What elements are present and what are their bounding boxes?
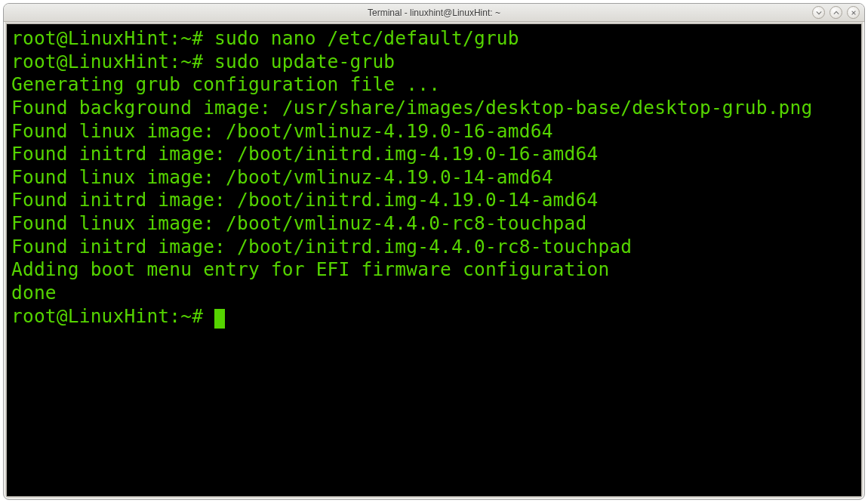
output-text: done <box>11 282 57 304</box>
terminal-output-line: Found linux image: /boot/vmlinuz-4.4.0-r… <box>11 212 857 236</box>
terminal-output-line: Found linux image: /boot/vmlinuz-4.19.0-… <box>11 120 857 143</box>
output-text: Found linux image: /boot/vmlinuz-4.19.0-… <box>11 166 553 188</box>
maximize-button[interactable] <box>830 6 842 19</box>
terminal-prompt-line: root@LinuxHint:~# <box>11 305 857 329</box>
shell-prompt: root@LinuxHint:~# <box>11 51 214 73</box>
chevron-down-icon <box>816 10 822 16</box>
terminal-output-line: Found initrd image: /boot/initrd.img-4.4… <box>11 236 857 259</box>
terminal-output-line: done <box>11 282 857 305</box>
minimize-button[interactable] <box>812 6 825 19</box>
close-button[interactable] <box>847 6 860 19</box>
terminal-command-line: root@LinuxHint:~# sudo update-grub <box>11 51 857 74</box>
command-text: sudo update-grub <box>214 51 395 73</box>
window-controls <box>812 6 860 19</box>
output-text: Found linux image: /boot/vmlinuz-4.4.0-r… <box>11 212 586 234</box>
output-text: Found initrd image: /boot/initrd.img-4.1… <box>11 189 598 211</box>
shell-prompt: root@LinuxHint:~# <box>11 27 214 49</box>
output-text: Found initrd image: /boot/initrd.img-4.4… <box>11 236 632 258</box>
output-text: Found background image: /usr/share/image… <box>11 97 812 119</box>
terminal-output-line: Found linux image: /boot/vmlinuz-4.19.0-… <box>11 166 857 190</box>
window-title: Terminal - linuxhint@LinuxHint: ~ <box>368 8 500 18</box>
terminal-window: Terminal - linuxhint@LinuxHint: ~ root@L… <box>3 3 865 500</box>
output-text: Adding boot menu entry for EFI firmware … <box>11 258 609 280</box>
terminal-output-line: Generating grub configuration file ... <box>11 73 857 97</box>
close-icon <box>851 10 857 16</box>
shell-prompt: root@LinuxHint:~# <box>11 305 214 327</box>
terminal-output-line: Adding boot menu entry for EFI firmware … <box>11 258 857 282</box>
terminal-output[interactable]: root@LinuxHint:~# sudo nano /etc/default… <box>6 23 862 497</box>
terminal-output-line: Found initrd image: /boot/initrd.img-4.1… <box>11 189 857 212</box>
command-text: sudo nano /etc/default/grub <box>214 27 519 49</box>
output-text: Found linux image: /boot/vmlinuz-4.19.0-… <box>11 120 553 142</box>
terminal-output-line: Found background image: /usr/share/image… <box>11 97 857 120</box>
chevron-up-icon <box>833 10 839 16</box>
terminal-command-line: root@LinuxHint:~# sudo nano /etc/default… <box>11 27 857 51</box>
output-text: Generating grub configuration file ... <box>11 73 440 95</box>
terminal-output-line: Found initrd image: /boot/initrd.img-4.1… <box>11 143 857 166</box>
output-text: Found initrd image: /boot/initrd.img-4.1… <box>11 143 598 165</box>
titlebar[interactable]: Terminal - linuxhint@LinuxHint: ~ <box>4 4 864 22</box>
cursor-block <box>214 309 225 329</box>
